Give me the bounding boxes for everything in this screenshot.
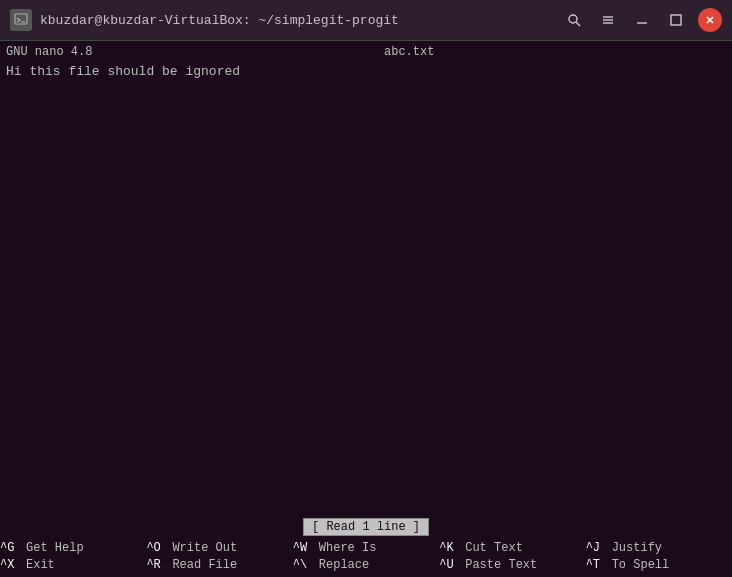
shortcut-key-1-1: ^O (146, 540, 172, 557)
filename: abc.txt (384, 45, 434, 59)
svg-rect-8 (671, 15, 681, 25)
shortcut-row-1-2: ^R Read File (146, 557, 237, 574)
shortcut-row-4-1: ^J Justify (586, 540, 662, 557)
shortcut-key-0-1: ^G (0, 540, 26, 557)
shortcut-col-4: ^J Justify^T To Spell (586, 537, 732, 577)
shortcut-label-3-1: Cut Text (465, 540, 523, 557)
shortcut-key-2-2: ^\ (293, 557, 319, 574)
shortcut-key-0-2: ^X (0, 557, 26, 574)
shortcut-key-1-2: ^R (146, 557, 172, 574)
close-button[interactable] (698, 8, 722, 32)
shortcut-row-2-2: ^\ Replace (293, 557, 369, 574)
shortcut-key-3-1: ^K (439, 540, 465, 557)
shortcut-key-3-2: ^U (439, 557, 465, 574)
titlebar-left: kbuzdar@kbuzdar-VirtualBox: ~/simplegit-… (10, 9, 399, 31)
titlebar: kbuzdar@kbuzdar-VirtualBox: ~/simplegit-… (0, 0, 732, 40)
terminal-icon (10, 9, 32, 31)
status-bar: [ Read 1 line ] (0, 517, 732, 537)
shortcut-key-4-2: ^T (586, 557, 612, 574)
minimize-button[interactable] (630, 8, 654, 32)
shortcut-row-4-2: ^T To Spell (586, 557, 670, 574)
window-controls (562, 8, 722, 32)
svg-point-2 (569, 15, 577, 23)
nano-header: GNU nano 4.8 abc.txt (0, 40, 732, 62)
editor-content: Hi this file should be ignored (6, 64, 726, 79)
shortcut-key-2-1: ^W (293, 540, 319, 557)
maximize-button[interactable] (664, 8, 688, 32)
search-button[interactable] (562, 8, 586, 32)
shortcut-col-1: ^O Write Out^R Read File (146, 537, 292, 577)
nano-version: GNU nano 4.8 (6, 45, 92, 59)
svg-line-3 (576, 22, 580, 26)
shortcut-row-3-2: ^U Paste Text (439, 557, 537, 574)
shortcut-label-4-1: Justify (612, 540, 662, 557)
shortcut-col-0: ^G Get Help^X Exit (0, 537, 146, 577)
shortcut-key-4-1: ^J (586, 540, 612, 557)
shortcut-row-2-1: ^W Where Is (293, 540, 377, 557)
window-title: kbuzdar@kbuzdar-VirtualBox: ~/simplegit-… (40, 13, 399, 28)
shortcut-label-1-2: Read File (172, 557, 237, 574)
shortcut-label-4-2: To Spell (612, 557, 670, 574)
status-message: [ Read 1 line ] (303, 518, 429, 536)
shortcut-col-2: ^W Where Is^\ Replace (293, 537, 439, 577)
shortcut-label-3-2: Paste Text (465, 557, 537, 574)
shortcut-label-2-1: Where Is (319, 540, 377, 557)
menu-button[interactable] (596, 8, 620, 32)
shortcut-label-2-2: Replace (319, 557, 369, 574)
footer-shortcuts: ^G Get Help^X Exit^O Write Out^R Read Fi… (0, 537, 732, 577)
shortcut-label-1-1: Write Out (172, 540, 237, 557)
shortcut-col-3: ^K Cut Text^U Paste Text (439, 537, 585, 577)
shortcut-row-0-2: ^X Exit (0, 557, 55, 574)
shortcut-label-0-1: Get Help (26, 540, 84, 557)
shortcut-row-1-1: ^O Write Out (146, 540, 237, 557)
shortcut-label-0-2: Exit (26, 557, 55, 574)
shortcut-row-0-1: ^G Get Help (0, 540, 84, 557)
shortcut-row-3-1: ^K Cut Text (439, 540, 523, 557)
editor-area[interactable]: Hi this file should be ignored (0, 62, 732, 517)
